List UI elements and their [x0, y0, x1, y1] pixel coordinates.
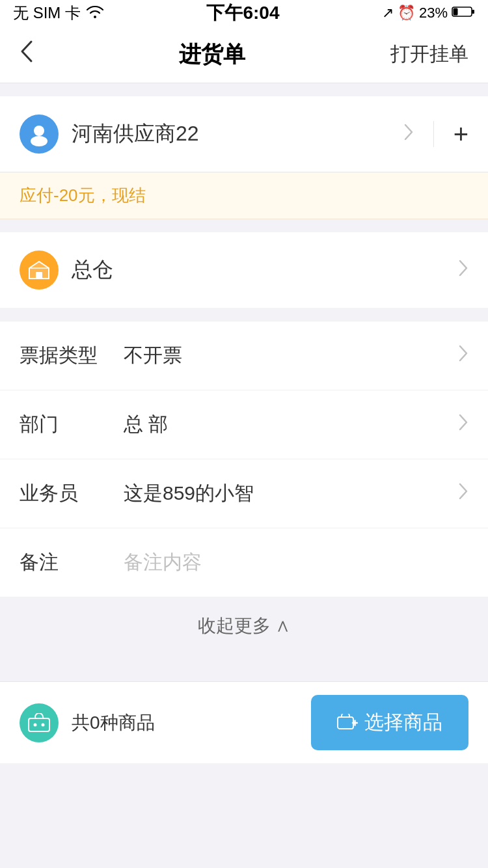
svg-point-3 — [34, 126, 44, 136]
status-right: ↗ ⏰ 23% — [382, 5, 475, 21]
remark-label: 备注 — [20, 549, 111, 576]
remark-row[interactable]: 备注 备注内容 — [0, 528, 488, 597]
svg-rect-9 — [338, 717, 353, 729]
invoice-chevron-icon — [458, 344, 468, 367]
product-count-text: 共0种商品 — [72, 711, 311, 735]
section-gap-1 — [0, 83, 488, 96]
invoice-type-row[interactable]: 票据类型 不开票 — [0, 321, 488, 390]
supplier-name: 河南供应商22 — [72, 120, 403, 148]
collapse-button[interactable]: 收起更多 ∧ — [0, 597, 488, 655]
svg-rect-1 — [453, 8, 457, 16]
supplier-avatar — [20, 115, 59, 154]
department-label: 部门 — [20, 411, 111, 438]
invoice-type-label: 票据类型 — [20, 342, 111, 369]
remark-input[interactable]: 备注内容 — [111, 549, 468, 576]
page-title: 进货单 — [179, 40, 245, 70]
salesperson-label: 业务员 — [20, 480, 111, 507]
product-icon-wrap — [20, 703, 59, 742]
salesperson-chevron-icon — [458, 482, 468, 505]
warehouse-row[interactable]: 总仓 — [0, 232, 488, 308]
notice-text: 应付-20元，现结 — [20, 185, 146, 205]
svg-point-8 — [42, 723, 45, 726]
warehouse-name: 总仓 — [72, 256, 458, 284]
supplier-chevron-icon — [403, 123, 414, 146]
section-gap-4 — [0, 655, 488, 668]
warehouse-section: 总仓 — [0, 232, 488, 308]
supplier-divider — [433, 121, 434, 147]
battery-icon — [452, 5, 475, 21]
alarm-icon: ⏰ — [398, 5, 415, 21]
bottom-bar: 共0种商品 选择商品 — [0, 681, 488, 763]
form-section: 票据类型 不开票 部门 总 部 业务员 这是859的小智 备注 备注内容 — [0, 321, 488, 597]
location-icon: ↗ — [382, 5, 394, 21]
add-supplier-button[interactable]: + — [454, 120, 468, 149]
battery-text: 23% — [419, 5, 448, 21]
nav-bar: 进货单 打开挂单 — [0, 26, 488, 83]
carrier-text: 无 SIM 卡 — [13, 3, 81, 23]
collapse-text: 收起更多 ∧ — [198, 614, 291, 638]
supplier-row[interactable]: 河南供应商22 + — [0, 96, 488, 172]
select-btn-label: 选择商品 — [364, 709, 442, 736]
warehouse-chevron-icon — [458, 259, 468, 282]
svg-point-4 — [31, 136, 47, 146]
open-pending-button[interactable]: 打开挂单 — [390, 41, 468, 68]
wifi-icon — [86, 4, 104, 22]
dept-chevron-icon — [458, 413, 468, 436]
invoice-type-value: 不开票 — [111, 342, 458, 369]
svg-rect-2 — [472, 10, 474, 14]
department-value: 总 部 — [111, 411, 458, 438]
svg-rect-6 — [29, 718, 49, 731]
section-gap-3 — [0, 308, 488, 321]
page-background — [0, 763, 488, 868]
section-gap-5 — [0, 668, 488, 681]
department-row[interactable]: 部门 总 部 — [0, 390, 488, 459]
status-bar: 无 SIM 卡 下午6:04 ↗ ⏰ 23% — [0, 0, 488, 26]
notice-row: 应付-20元，现结 — [0, 172, 488, 219]
back-button[interactable] — [20, 39, 34, 70]
salesperson-value: 这是859的小智 — [111, 480, 458, 507]
status-time: 下午6:04 — [206, 1, 279, 25]
status-left: 无 SIM 卡 — [13, 3, 104, 23]
section-gap-2 — [0, 219, 488, 232]
select-product-button[interactable]: 选择商品 — [311, 695, 468, 750]
supplier-section: 河南供应商22 + 应付-20元，现结 — [0, 96, 488, 219]
warehouse-icon-wrap — [20, 251, 59, 290]
svg-point-7 — [34, 723, 37, 726]
salesperson-row[interactable]: 业务员 这是859的小智 — [0, 459, 488, 528]
